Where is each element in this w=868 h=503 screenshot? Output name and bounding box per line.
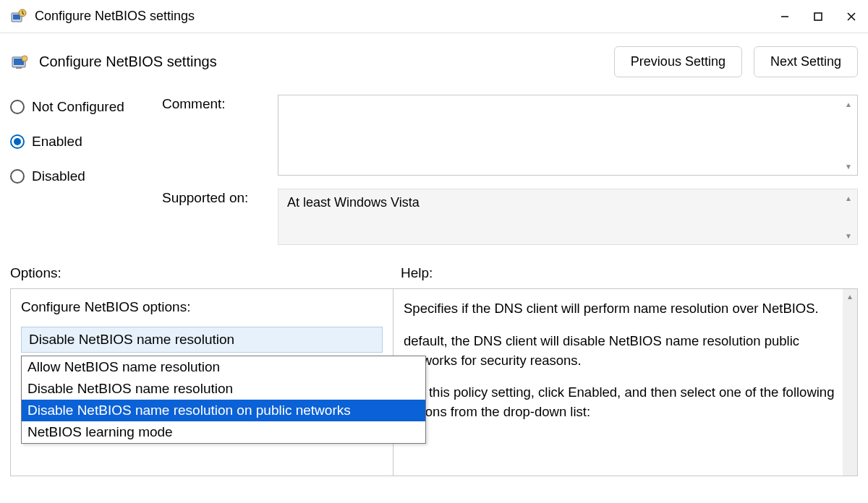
policy-header: Configure NetBIOS settings Previous Sett…: [0, 33, 868, 85]
titlebar: Configure NetBIOS settings: [0, 0, 868, 33]
dropdown-item[interactable]: NetBIOS learning mode: [22, 421, 425, 443]
options-dropdown-label: Configure NetBIOS options:: [21, 299, 383, 315]
radio-not-configured[interactable]: Not Configured: [10, 99, 162, 115]
radio-disabled[interactable]: Disabled: [10, 168, 162, 184]
supported-on-value: At least Windows Vista: [287, 195, 420, 210]
radio-enabled[interactable]: Enabled: [10, 134, 162, 150]
close-button[interactable]: [835, 0, 868, 33]
help-text: default, the DNS client will disable Net…: [404, 332, 837, 371]
help-scrollbar[interactable]: ▲: [843, 289, 857, 476]
dropdown-item[interactable]: Disable NetBIOS name resolution on publi…: [22, 400, 425, 421]
fields-col: Comment: ▲ ▼ Supported on: At least Wind…: [162, 95, 858, 258]
dropdown-item[interactable]: Disable NetBIOS name resolution: [22, 378, 425, 400]
lower-area: Configure NetBIOS options: Disable NetBI…: [0, 288, 868, 476]
dropdown-item[interactable]: Allow NetBIOS name resolution: [22, 356, 425, 378]
policy-editor-window: Configure NetBIOS settings Configure Net…: [0, 0, 868, 503]
window-title: Configure NetBIOS settings: [35, 9, 195, 24]
radio-label: Not Configured: [32, 99, 124, 115]
policy-icon: [10, 53, 29, 72]
svg-point-10: [22, 56, 27, 61]
netbios-options-dropdown-list: Allow NetBIOS name resolutionDisable Net…: [21, 356, 426, 444]
radio-label: Disabled: [32, 168, 85, 184]
scroll-up-icon[interactable]: ▲: [843, 98, 854, 110]
svg-rect-4: [814, 13, 822, 20]
supported-label: Supported on:: [162, 189, 278, 245]
dropdown-selected-value: Disable NetBIOS name resolution: [29, 332, 234, 348]
supported-on-box: At least Windows Vista ▲ ▼: [278, 189, 858, 245]
policy-title: Configure NetBIOS settings: [39, 53, 217, 70]
options-section-label: Options:: [10, 265, 401, 281]
section-labels: Options: Help:: [0, 258, 868, 288]
minimize-button[interactable]: [768, 0, 801, 33]
scroll-up-icon[interactable]: ▲: [843, 192, 854, 204]
help-text: use this policy setting, click Enabled, …: [404, 383, 837, 422]
maximize-button[interactable]: [801, 0, 835, 33]
state-radio-group: Not Configured Enabled Disabled: [10, 95, 162, 258]
netbios-options-dropdown[interactable]: Disable NetBIOS name resolution: [21, 327, 383, 353]
options-panel: Configure NetBIOS options: Disable NetBI…: [10, 288, 393, 476]
help-section-label: Help:: [401, 265, 858, 281]
app-icon: [10, 8, 27, 25]
scroll-down-icon[interactable]: ▼: [843, 160, 854, 172]
svg-rect-9: [16, 67, 22, 69]
radio-label: Enabled: [32, 134, 82, 150]
scroll-up-icon[interactable]: ▲: [845, 292, 855, 302]
supported-row: Supported on: At least Windows Vista ▲ ▼: [162, 189, 858, 245]
scroll-down-icon[interactable]: ▼: [843, 230, 854, 241]
previous-setting-button[interactable]: Previous Setting: [614, 46, 742, 77]
comment-label: Comment:: [162, 95, 278, 176]
help-panel: Specifies if the DNS client will perform…: [393, 288, 858, 476]
next-setting-button[interactable]: Next Setting: [754, 46, 858, 77]
help-text: Specifies if the DNS client will perform…: [404, 299, 837, 319]
comment-textarea[interactable]: ▲ ▼: [278, 95, 858, 176]
comment-row: Comment: ▲ ▼: [162, 95, 858, 176]
upper-area: Not Configured Enabled Disabled Comment:…: [0, 85, 868, 258]
